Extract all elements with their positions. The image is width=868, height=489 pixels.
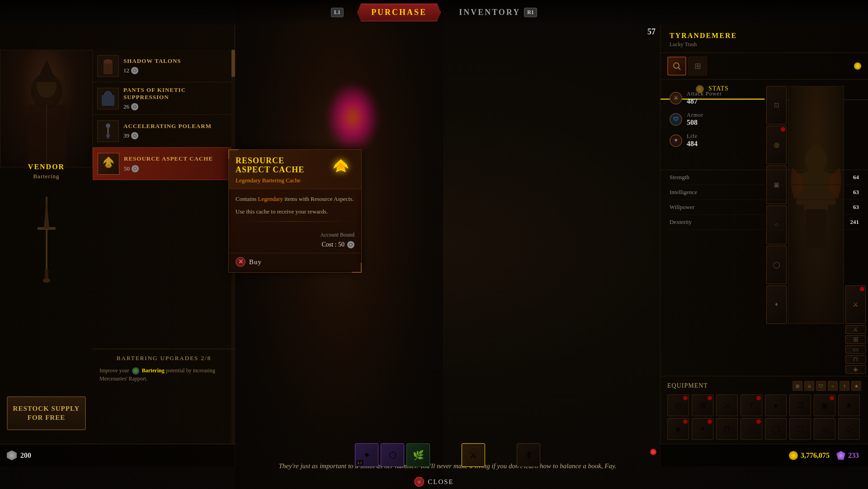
cache-svg xyxy=(100,156,117,172)
equip-action-shield[interactable]: 🛡 xyxy=(816,381,826,391)
equip-action-ring[interactable]: ○ xyxy=(828,381,838,391)
inventory-label: INVENTORY xyxy=(459,8,520,17)
life-stat: ♥ Life 484 xyxy=(670,133,755,148)
equip-icon-9: ◈ xyxy=(675,424,681,434)
item-name-1: PANTS OF KINETICSUPPRESSION xyxy=(123,86,231,100)
equip-action-sword[interactable]: † xyxy=(840,381,849,391)
equip-grid-11[interactable]: ⊓ xyxy=(716,418,738,440)
skill-slot-3[interactable]: 🌿 xyxy=(406,443,430,467)
life-label: Life xyxy=(687,133,755,140)
item-cost-1: 26 ⬡ xyxy=(123,103,231,110)
close-label: Close xyxy=(428,478,454,486)
equip-grid-16[interactable]: ◇ xyxy=(838,418,860,440)
quick-slot-2[interactable]: ⊞ xyxy=(688,57,707,76)
equip-grid-12[interactable]: ○ xyxy=(741,418,762,440)
equip-overlay-4 xyxy=(756,396,761,400)
equip-grid-14[interactable]: ⬡ xyxy=(789,418,811,440)
equip-slot-boots[interactable]: ⊓ xyxy=(845,355,866,364)
equip-action-filter[interactable]: ⚔ xyxy=(804,381,814,391)
top-navigation: L1 PURCHASE INVENTORY R1 xyxy=(0,0,868,25)
item-icon-polearm xyxy=(97,120,119,142)
close-button[interactable]: ○ Close xyxy=(414,477,454,487)
equip-grid-7[interactable]: ▣ xyxy=(814,394,835,416)
item-icon-boots xyxy=(97,55,119,77)
r1-button-tag: R1 xyxy=(524,8,537,17)
equip-slot-amulet[interactable]: ♦ xyxy=(766,285,787,324)
cost-icon-1: ⬡ xyxy=(131,103,138,110)
item-cost-3: 50 ⬡ xyxy=(124,165,230,172)
skill-slot-1[interactable]: ✦ L1 xyxy=(355,443,378,467)
shard-icon xyxy=(7,451,17,461)
equip-slot-offhand[interactable]: ◈ xyxy=(845,365,866,374)
equip-overlay-2 xyxy=(708,396,712,400)
svg-point-9 xyxy=(43,278,50,283)
equip-grid-9[interactable]: ◈ xyxy=(667,418,689,440)
intelligence-label: Intelligence xyxy=(670,189,697,196)
equip-grid-3[interactable]: ⚔ xyxy=(716,394,738,416)
skill-slot-4[interactable]: 🗡 xyxy=(517,443,540,467)
close-icon: ○ xyxy=(414,477,424,487)
buy-section[interactable]: ✕ Buy xyxy=(229,253,361,272)
equip-icon-4: † xyxy=(750,401,754,410)
item-cost-2: 39 ⬡ xyxy=(123,132,231,139)
equip-icon-7: ▣ xyxy=(821,400,829,410)
purchase-tab[interactable]: PURCHASE xyxy=(357,4,441,21)
equip-slot-ring2[interactable]: ◯ xyxy=(766,246,787,284)
dexterity-label: Dexterity xyxy=(670,218,692,226)
bartering-title: BARTERING UPGRADES 2/8 xyxy=(99,355,228,362)
equip-icon-3: ⚔ xyxy=(723,400,731,410)
equip-grid-10[interactable]: ✦ xyxy=(692,418,713,440)
character-subtitle: Lucky Trash xyxy=(670,41,859,48)
life-icon: ♥ xyxy=(670,134,682,147)
bartering-icon xyxy=(132,367,139,375)
equip-slot-gloves[interactable]: ⊞ xyxy=(845,335,866,344)
attack-label: Attack Power xyxy=(687,90,755,97)
buy-button[interactable]: ✕ Buy xyxy=(236,257,354,267)
item-row-selected[interactable]: RESOURCE ASPECT CACHE 50 ⬡ xyxy=(93,147,235,180)
equip-grid-6[interactable]: ⊡ xyxy=(789,394,811,416)
scroll-thumb[interactable] xyxy=(231,50,235,77)
equip-slot-weapon2[interactable]: ⚔ xyxy=(845,325,866,334)
gold-icon xyxy=(789,451,798,460)
vendor-info: VENDOR Bartering xyxy=(0,158,93,185)
buy-x-icon: ✕ xyxy=(236,257,245,267)
life-stat-info: Life 484 xyxy=(687,133,755,148)
item-row[interactable]: PANTS OF KINETICSUPPRESSION 26 ⬡ xyxy=(93,82,235,115)
equip-overlay-9 xyxy=(683,419,688,424)
equip-action-sort[interactable]: ⊞ xyxy=(793,381,802,391)
equip-slot-weapon1[interactable]: ⚔ xyxy=(845,285,866,324)
equip-grid-1[interactable]: ◎ xyxy=(667,394,689,416)
item-row[interactable]: SHADOW TALONS 12 ⬡ xyxy=(93,50,235,82)
equip-grid-5[interactable]: ♦ xyxy=(765,394,787,416)
equip-slot-neck[interactable]: ◎ xyxy=(766,126,787,164)
vendor-currency-display: 200 xyxy=(0,444,235,466)
equip-slot-head[interactable]: ⊡ xyxy=(766,86,787,124)
equip-action-star[interactable]: ★ xyxy=(851,381,861,391)
equip-grid-2[interactable]: ⊞ xyxy=(692,394,713,416)
equip-icon-10: ✦ xyxy=(699,424,706,434)
equip-grid-8[interactable]: ★ xyxy=(838,394,860,416)
equip-grid-13[interactable]: ◯ xyxy=(765,418,787,440)
armor-stat: 🛡 Armor 508 xyxy=(670,112,755,127)
skill-icon-3: 🌿 xyxy=(413,450,424,461)
item-name-0: SHADOW TALONS xyxy=(123,57,231,65)
vendor-character-portrait xyxy=(0,50,93,167)
equip-grid-15[interactable]: ▭ xyxy=(814,418,835,440)
quick-slot-search[interactable] xyxy=(667,57,686,76)
equip-slot-pants[interactable]: ▭ xyxy=(845,345,866,354)
svg-line-22 xyxy=(678,67,680,70)
tooltip-bound: Account Bound xyxy=(320,232,354,238)
restock-button[interactable]: Restock Supply for free xyxy=(7,396,86,430)
item-row[interactable]: ACCELERATING POLEARM 39 ⬡ xyxy=(93,115,235,147)
tooltip-description: Contains Legendary items with Resource A… xyxy=(236,195,354,204)
bartering-highlight: Bartering xyxy=(142,367,165,374)
inventory-tab[interactable]: INVENTORY R1 xyxy=(445,4,551,21)
equip-icon-13: ◯ xyxy=(771,424,780,434)
equip-grid-4[interactable]: † xyxy=(741,394,762,416)
item-cost-0: 12 ⬡ xyxy=(123,67,231,74)
skill-slot-2[interactable]: ⬡ xyxy=(381,443,404,467)
item-info-1: PANTS OF KINETICSUPPRESSION 26 ⬡ xyxy=(123,86,231,110)
slot-key-l1: L1 xyxy=(356,460,363,465)
stats-gold-indicator xyxy=(854,62,861,70)
skill-slot-active[interactable]: ⚔ xyxy=(462,443,485,467)
